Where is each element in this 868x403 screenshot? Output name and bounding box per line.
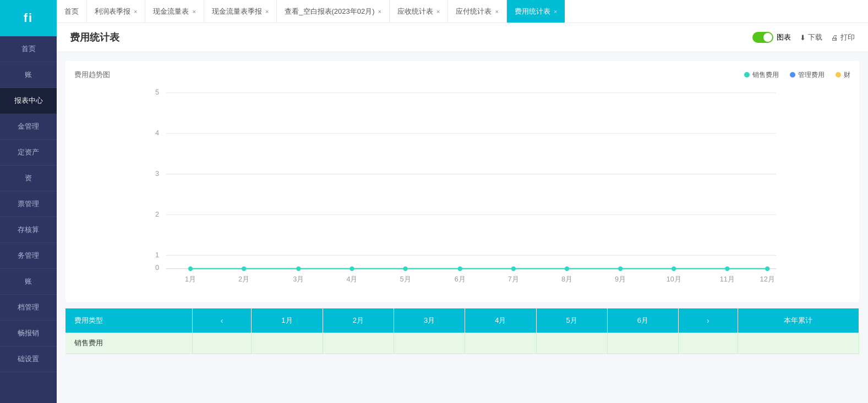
sidebar-item-salary[interactable]: 资: [0, 165, 57, 191]
page-header: 费用统计表 图表 ⬇ 下载 🖨 打印: [57, 23, 868, 52]
col-total: 本年累计: [738, 308, 859, 333]
sidebar-item-accounting[interactable]: 账: [0, 62, 57, 88]
svg-text:1: 1: [155, 251, 159, 259]
svg-point-24: [188, 266, 193, 270]
expense-table: 费用类型 ‹ 1月 2月 3月 4月 5月 6月 ›: [65, 308, 859, 354]
sidebar-item-reports[interactable]: 报表中心: [0, 88, 57, 114]
svg-text:6月: 6月: [455, 275, 466, 283]
tab-home-label: 首页: [64, 7, 79, 16]
chart-toggle-wrap: 图表: [752, 32, 791, 43]
tab-payable-close[interactable]: ×: [495, 8, 498, 15]
app-logo: fi: [0, 0, 57, 36]
content-area: 费用统计表 图表 ⬇ 下载 🖨 打印 费用趋势图: [57, 23, 868, 403]
col-4: 4月: [465, 308, 536, 333]
sidebar-item-invoice[interactable]: 票管理: [0, 191, 57, 217]
tab-cashflow-close[interactable]: ×: [192, 8, 195, 15]
tab-cashflow-quarter-close[interactable]: ×: [265, 8, 269, 15]
col-5: 5月: [536, 308, 607, 333]
svg-text:4月: 4月: [346, 275, 357, 283]
tab-receivable-label: 应收统计表: [397, 7, 433, 16]
tab-payable[interactable]: 应付统计表 ×: [448, 0, 506, 23]
sidebar-item-home[interactable]: 首页: [0, 36, 57, 62]
svg-point-28: [403, 266, 407, 270]
tab-receivable-close[interactable]: ×: [436, 8, 440, 15]
tab-blank-report[interactable]: 查看_空白报表(2023年02月) ×: [277, 0, 390, 23]
chart-svg-wrap: 5 4 3 2 1 0 1月 2月 3月: [74, 84, 850, 293]
svg-point-34: [725, 266, 729, 270]
sidebar-item-sales[interactable]: 畅报销: [0, 321, 57, 346]
table-header-row: 费用类型 ‹ 1月 2月 3月 4月 5月 6月 ›: [65, 308, 859, 333]
col-type: 费用类型: [65, 308, 192, 333]
next-arrow[interactable]: ›: [705, 316, 712, 325]
legend-dot-sales: [744, 72, 750, 78]
svg-text:9月: 9月: [615, 275, 626, 283]
download-button[interactable]: ⬇ 下载: [800, 32, 822, 42]
tab-payable-label: 应付统计表: [456, 7, 492, 16]
sidebar-item-archives[interactable]: 档管理: [0, 295, 57, 321]
legend-dot-finance: [836, 72, 841, 78]
prev-arrow[interactable]: ‹: [219, 316, 226, 325]
svg-text:2: 2: [155, 211, 159, 218]
sidebar-item-inventory[interactable]: 存核算: [0, 217, 57, 243]
tab-cashflow-label: 现金流量表: [153, 7, 189, 16]
tab-blank-report-label: 查看_空白报表(2023年02月): [285, 7, 374, 16]
legend-label-sales: 销售费用: [752, 70, 779, 80]
sidebar-item-bank[interactable]: 账: [0, 269, 57, 295]
tab-expense-close[interactable]: ×: [554, 8, 557, 15]
tab-receivable[interactable]: 应收统计表 ×: [390, 0, 448, 23]
sidebar-item-cash[interactable]: 金管理: [0, 114, 57, 140]
sidebar-item-fixed-assets[interactable]: 定资产: [0, 140, 57, 165]
svg-text:11月: 11月: [720, 275, 735, 283]
svg-text:1月: 1月: [185, 275, 196, 283]
tab-cashflow-quarter-label: 现金流量表季报: [212, 7, 262, 16]
svg-text:8月: 8月: [561, 275, 572, 283]
tab-cashflow-quarter[interactable]: 现金流量表季报 ×: [204, 0, 277, 23]
chart-header: 费用趋势图 销售费用 管理费用 财: [74, 70, 850, 80]
svg-point-32: [618, 266, 623, 270]
col-prev: ‹: [192, 308, 252, 333]
row-m3: [394, 333, 465, 354]
chart-title: 费用趋势图: [74, 70, 110, 80]
col-3: 3月: [394, 308, 465, 333]
download-label: 下载: [808, 32, 822, 42]
legend-label-finance: 财: [844, 70, 850, 80]
chart-legend: 销售费用 管理费用 财: [744, 70, 850, 80]
legend-label-admin: 管理费用: [798, 70, 825, 80]
tab-expense[interactable]: 费用统计表 ×: [507, 0, 565, 23]
svg-point-29: [458, 266, 462, 270]
sidebar: fi 首页 账 报表中心 金管理 定资产 资 票管理 存核算 务管理 账 档管理…: [0, 0, 57, 403]
svg-text:5: 5: [155, 89, 159, 96]
chart-toggle[interactable]: [752, 32, 773, 43]
svg-text:0: 0: [155, 264, 159, 272]
sidebar-item-services[interactable]: 务管理: [0, 243, 57, 269]
print-button[interactable]: 🖨 打印: [831, 32, 855, 42]
svg-text:3: 3: [155, 170, 159, 178]
svg-text:7月: 7月: [508, 275, 519, 283]
col-6: 6月: [607, 308, 678, 333]
row-total: [738, 333, 859, 354]
tab-profit-quarter[interactable]: 利润表季报 ×: [87, 0, 145, 23]
svg-text:5月: 5月: [400, 275, 411, 283]
legend-item-admin: 管理费用: [790, 70, 825, 80]
row-m4: [465, 333, 536, 354]
tab-cashflow[interactable]: 现金流量表 ×: [145, 0, 204, 23]
row-type-label: 销售费用: [65, 333, 192, 354]
svg-text:2月: 2月: [238, 275, 249, 283]
row-m1: [252, 333, 323, 354]
svg-text:10月: 10月: [667, 275, 681, 283]
tab-bar: 首页 利润表季报 × 现金流量表 × 现金流量表季报 × 查看_空白报表(202…: [57, 0, 868, 23]
svg-text:3月: 3月: [293, 275, 304, 283]
row-m2: [323, 333, 394, 354]
line-chart-svg: 5 4 3 2 1 0 1月 2月 3月: [74, 84, 850, 293]
sidebar-item-settings[interactable]: 础设置: [0, 346, 57, 372]
svg-point-26: [296, 266, 301, 270]
legend-dot-admin: [790, 72, 795, 78]
col-next: ›: [679, 308, 738, 333]
tab-blank-report-close[interactable]: ×: [378, 8, 381, 15]
row-next-spacer: [679, 333, 738, 354]
tab-profit-quarter-close[interactable]: ×: [134, 8, 137, 15]
tab-expense-label: 费用统计表: [515, 7, 550, 16]
download-icon: ⬇: [800, 34, 806, 42]
tab-profit-quarter-label: 利润表季报: [95, 7, 130, 16]
tab-home[interactable]: 首页: [57, 0, 87, 23]
